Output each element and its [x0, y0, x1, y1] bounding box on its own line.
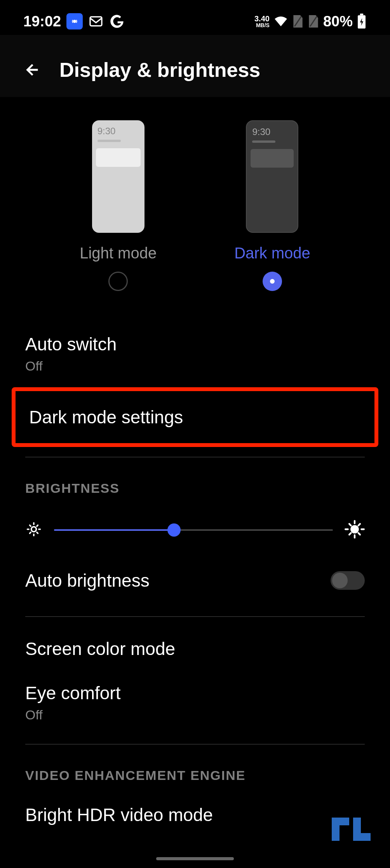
toggle-thumb	[332, 573, 348, 588]
brightness-section-header: BRIGHTNESS	[0, 467, 390, 506]
google-icon	[109, 14, 125, 29]
divider	[25, 457, 365, 457]
status-time: 19:02	[23, 13, 61, 30]
light-mode-radio[interactable]	[108, 272, 128, 291]
auto-switch-item[interactable]: Auto switch Off	[0, 322, 390, 385]
net-speed-unit: MB/S	[254, 23, 270, 28]
svg-rect-3	[360, 14, 364, 15]
dark-mode-settings-title: Dark mode settings	[29, 407, 361, 428]
net-speed-value: 3.40	[254, 15, 270, 23]
brightness-low-icon	[25, 521, 42, 539]
preview-card	[96, 148, 141, 167]
header: Display & brightness	[0, 35, 390, 97]
divider	[25, 616, 365, 617]
svg-point-5	[351, 526, 358, 532]
status-right: 3.40 MB/S 80%	[254, 13, 367, 30]
dark-mode-radio[interactable]	[263, 272, 282, 291]
light-mode-option[interactable]: 9:30 Light mode	[80, 120, 157, 291]
navigation-bar-handle[interactable]	[156, 857, 234, 860]
back-button[interactable]	[23, 61, 42, 79]
dark-mode-settings-item[interactable]: Dark mode settings	[12, 387, 378, 447]
brightness-slider-row	[0, 506, 390, 554]
svg-rect-1	[90, 17, 102, 26]
preview-time: 9:30	[252, 126, 294, 137]
battery-charging-icon	[357, 14, 367, 29]
preview-bar	[252, 140, 275, 143]
auto-switch-sub: Off	[25, 359, 365, 374]
page-title: Display & brightness	[59, 58, 260, 81]
brightness-high-icon	[345, 519, 365, 541]
auto-switch-title: Auto switch	[25, 334, 365, 355]
auto-brightness-title: Auto brightness	[25, 570, 150, 591]
sim2-icon	[308, 14, 319, 29]
eye-comfort-title: Eye comfort	[25, 683, 365, 703]
preview-card	[251, 149, 294, 168]
auto-brightness-item[interactable]: Auto brightness	[0, 554, 390, 606]
video-enhancement-header: VIDEO ENHANCEMENT ENGINE	[0, 754, 390, 793]
screen-color-mode-title: Screen color mode	[25, 638, 365, 659]
light-mode-label: Light mode	[80, 244, 157, 262]
arrow-left-icon	[24, 61, 42, 79]
eye-comfort-item[interactable]: Eye comfort Off	[0, 671, 390, 734]
bright-hdr-title: Bright HDR video mode	[25, 804, 365, 825]
theme-mode-selector: 9:30 Light mode 9:30 Dark mode	[0, 97, 390, 307]
dark-mode-option[interactable]: 9:30 Dark mode	[234, 120, 310, 291]
screen-color-mode-item[interactable]: Screen color mode	[0, 627, 390, 671]
eye-comfort-sub: Off	[25, 707, 365, 722]
light-mode-preview: 9:30	[92, 120, 145, 233]
dark-mode-preview: 9:30	[246, 120, 298, 233]
settings-list: Auto switch Off Dark mode settings BRIGH…	[0, 307, 390, 825]
slider-fill	[54, 529, 174, 531]
brightness-slider[interactable]	[54, 529, 333, 531]
svg-point-4	[31, 527, 37, 532]
sim1-icon	[292, 14, 304, 29]
divider	[25, 744, 365, 745]
network-speed: 3.40 MB/S	[254, 15, 270, 28]
status-left: 19:02	[23, 13, 125, 30]
status-bar: 19:02 3.40 MB/S	[0, 0, 390, 35]
battery-percentage: 80%	[323, 13, 353, 30]
preview-time: 9:30	[98, 126, 141, 137]
broadcast-icon	[66, 13, 83, 29]
auto-brightness-toggle[interactable]	[331, 571, 365, 590]
preview-bar	[98, 140, 121, 142]
wifi-icon	[273, 14, 288, 29]
svg-point-0	[73, 20, 76, 23]
dark-mode-label: Dark mode	[234, 244, 310, 262]
slider-thumb[interactable]	[167, 523, 181, 537]
watermark-logo	[328, 814, 374, 845]
gmail-icon	[88, 14, 104, 29]
